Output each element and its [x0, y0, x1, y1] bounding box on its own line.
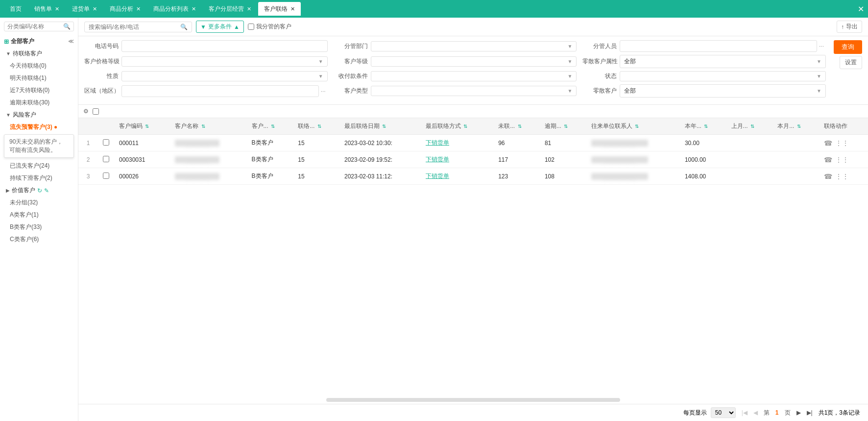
- col-header-this-month[interactable]: 本月... ⇅: [772, 118, 819, 135]
- dept-select[interactable]: ▼: [371, 41, 577, 51]
- more-conditions-btn[interactable]: ▼ 更多条件 ▲: [196, 21, 244, 33]
- col-header-checkbox: [98, 118, 114, 135]
- sidebar-item-declining[interactable]: 持续下滑客户(2): [0, 172, 78, 184]
- prev-page-btn[interactable]: ◀: [751, 408, 760, 417]
- last-page-btn[interactable]: ▶|: [805, 408, 815, 417]
- sidebar-search-input[interactable]: [7, 23, 63, 30]
- export-btn[interactable]: ↑ 导出: [837, 21, 862, 33]
- price-level-select[interactable]: ▼: [121, 56, 328, 67]
- more-action-icon[interactable]: ⋮⋮: [835, 173, 849, 180]
- sort-icon: ⇅: [518, 124, 522, 129]
- edit-icon[interactable]: ✎: [44, 187, 49, 194]
- chevron-down-icon: ▼: [817, 74, 821, 79]
- first-page-btn[interactable]: |◀: [740, 408, 749, 417]
- cell-checkbox[interactable]: [98, 151, 114, 168]
- chevron-down-icon: ▼: [817, 59, 821, 64]
- tab-home[interactable]: 首页: [4, 2, 27, 16]
- sidebar-item-c-class[interactable]: C类客户(6): [0, 233, 78, 246]
- more-action-icon[interactable]: ⋮⋮: [835, 156, 849, 164]
- cell-checkbox[interactable]: [98, 135, 114, 151]
- tab-sales[interactable]: 销售单 ✕: [28, 2, 65, 16]
- chevron-down-icon: ▼: [318, 59, 323, 64]
- sidebar-item-lost[interactable]: 已流失客户(24): [0, 160, 78, 172]
- zero-customer-select[interactable]: 全部 ▼: [620, 84, 826, 98]
- more-options-icon[interactable]: ···: [319, 88, 328, 95]
- refresh-icon[interactable]: ↻: [37, 187, 42, 194]
- close-icon[interactable]: ✕: [55, 6, 59, 12]
- sort-icon: ⇅: [463, 124, 467, 129]
- group-value-customers[interactable]: ▶ 价值客户 ↻ ✎: [0, 184, 78, 197]
- close-icon[interactable]: ✕: [192, 6, 196, 12]
- phone-input[interactable]: [121, 40, 328, 52]
- contact-icon[interactable]: ☎: [824, 156, 832, 164]
- col-header-this-year[interactable]: 本年... ⇅: [680, 118, 726, 135]
- sidebar-search-box[interactable]: 🔍: [4, 22, 74, 31]
- col-header-code[interactable]: 客户编码 ⇅: [114, 118, 170, 135]
- tab-customer-tier[interactable]: 客户分层经营 ✕: [203, 2, 257, 16]
- customer-type-select[interactable]: ▼: [371, 86, 577, 96]
- cell-contact-person: ████████: [586, 168, 680, 185]
- close-icon[interactable]: ✕: [136, 6, 141, 12]
- filter-row-4: 区域（地区） ··· 客户类型 ▼ 零散客户: [84, 84, 826, 98]
- tab-purchase[interactable]: 进货单 ✕: [66, 2, 103, 16]
- sidebar-item-tomorrow[interactable]: 明天待联络(1): [0, 72, 78, 84]
- contact-icon[interactable]: ☎: [824, 173, 832, 180]
- col-header-last-month[interactable]: 上月... ⇅: [726, 118, 773, 135]
- last-type-link[interactable]: 下销货单: [426, 139, 449, 146]
- main-search-input[interactable]: [89, 24, 178, 30]
- chevron-down-icon: ▼: [567, 59, 572, 64]
- customer-level-select[interactable]: ▼: [371, 56, 577, 67]
- person-input[interactable]: [620, 40, 817, 52]
- zero-attr-select[interactable]: 全部 ▼: [620, 55, 826, 68]
- col-header-index: [78, 118, 98, 135]
- col-header-contact-count[interactable]: 联络... ⇅: [293, 118, 339, 135]
- close-icon[interactable]: ✕: [93, 6, 97, 12]
- payment-select[interactable]: ▼: [371, 71, 577, 81]
- group-risk-customers[interactable]: ▼ 风险客户: [0, 109, 78, 121]
- nature-select[interactable]: ▼: [121, 71, 328, 81]
- sidebar-item-today[interactable]: 今天待联络(0): [0, 60, 78, 72]
- col-header-name[interactable]: 客户名称 ⇅: [170, 118, 246, 135]
- more-action-icon[interactable]: ⋮⋮: [835, 139, 849, 147]
- sidebar-item-overdue[interactable]: 逾期未联络(30): [0, 97, 78, 109]
- table-toolbar: ⚙: [78, 105, 868, 118]
- sidebar-item-loss-warning[interactable]: 流失预警客户(3) ●: [0, 121, 78, 133]
- sidebar-item-7days[interactable]: 近7天待联络(0): [0, 84, 78, 97]
- close-icon[interactable]: ✕: [247, 6, 251, 12]
- collapse-icon[interactable]: ≪: [68, 38, 74, 45]
- search-icon[interactable]: 🔍: [180, 24, 188, 30]
- col-header-type[interactable]: 客户... ⇅: [247, 118, 293, 135]
- page-size-select[interactable]: 50 20 100: [711, 407, 736, 418]
- next-page-btn[interactable]: ▶: [795, 408, 803, 417]
- horizontal-scrollbar[interactable]: [78, 396, 868, 404]
- my-customers-checkbox[interactable]: 我分管的客户: [248, 23, 291, 31]
- col-header-contact-person[interactable]: 往来单位联系人 ⇅: [586, 118, 680, 135]
- cell-checkbox[interactable]: [98, 168, 114, 185]
- all-customers-title[interactable]: ⊞ 全部客户 ≪: [0, 35, 78, 48]
- col-header-last-date[interactable]: 最后联络日期 ⇅: [339, 118, 421, 135]
- group-pending-contact[interactable]: ▼ 待联络客户: [0, 48, 78, 60]
- col-header-last-type[interactable]: 最后联络方式 ⇅: [421, 118, 493, 135]
- area-input[interactable]: [121, 85, 319, 97]
- setting-button[interactable]: 设置: [840, 56, 862, 69]
- tab-customer-contact[interactable]: 客户联络 ✕: [258, 2, 301, 16]
- col-header-overdue[interactable]: 逾期... ⇅: [540, 118, 586, 135]
- query-button[interactable]: 查询: [834, 40, 862, 54]
- more-options-icon[interactable]: ···: [817, 43, 826, 50]
- last-type-link[interactable]: 下销货单: [426, 156, 449, 163]
- main-search-box[interactable]: 🔍: [84, 22, 192, 32]
- contact-icon[interactable]: ☎: [824, 139, 832, 147]
- table-settings-icon[interactable]: ⚙: [83, 108, 89, 115]
- tab-analysis[interactable]: 商品分析 ✕: [104, 2, 146, 16]
- select-all-checkbox[interactable]: [93, 108, 99, 115]
- sidebar-item-a-class[interactable]: A类客户(1): [0, 209, 78, 221]
- tab-analysis-list[interactable]: 商品分析列表 ✕: [147, 2, 202, 16]
- sidebar-item-ungroued[interactable]: 未分组(32): [0, 197, 78, 209]
- close-icon[interactable]: ✕: [290, 6, 295, 12]
- sidebar-item-b-class[interactable]: B类客户(33): [0, 221, 78, 233]
- window-close-icon[interactable]: ✕: [858, 4, 864, 14]
- last-type-link[interactable]: 下销货单: [426, 173, 449, 179]
- col-header-not-contacted[interactable]: 未联... ⇅: [493, 118, 540, 135]
- status-select[interactable]: ▼: [620, 71, 826, 81]
- my-customers-check[interactable]: [248, 24, 254, 30]
